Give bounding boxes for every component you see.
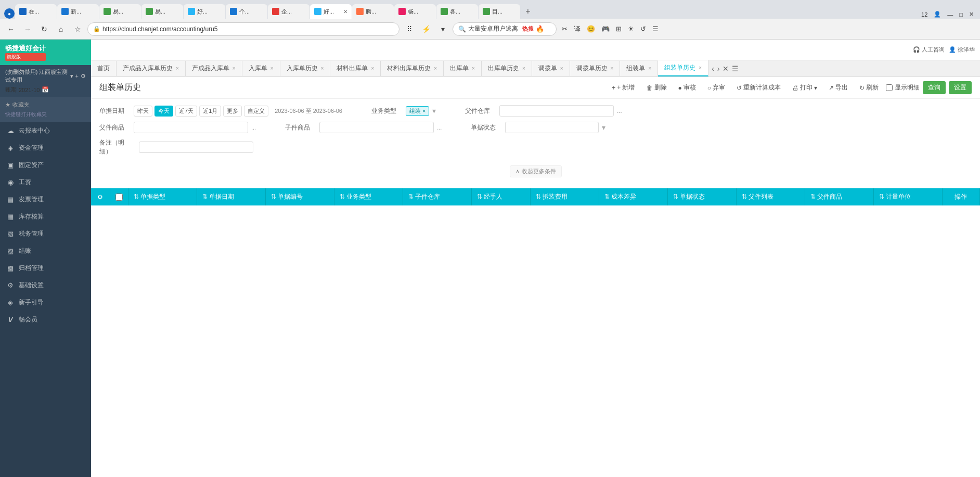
parent-warehouse-input[interactable] bbox=[499, 105, 614, 117]
table-col-order-no[interactable]: ⇅ 单据编号 bbox=[265, 188, 334, 205]
table-settings-icon[interactable]: ⚙ bbox=[97, 194, 103, 201]
sidebar-item-payroll[interactable]: ◉ 工资 bbox=[0, 174, 91, 191]
sidebar-item-fixed-assets[interactable]: ▣ 固定资产 bbox=[0, 157, 91, 174]
sidebar-item-member[interactable]: V 畅会员 bbox=[0, 311, 91, 328]
page-tab-in-hist[interactable]: 入库单历史 × bbox=[280, 61, 331, 76]
emoji-icon[interactable]: 😊 bbox=[585, 24, 597, 34]
page-tab-close-out[interactable]: × bbox=[472, 66, 475, 71]
page-tab-close-mat-out-hist[interactable]: × bbox=[434, 66, 437, 71]
table-col-order-date[interactable]: ⇅ 单据日期 bbox=[197, 188, 265, 205]
order-status-dropdown[interactable]: ▾ bbox=[602, 123, 605, 132]
apps-button[interactable]: ⠿ bbox=[403, 22, 416, 36]
bookmark-button[interactable]: ☆ bbox=[71, 22, 84, 36]
date-today[interactable]: 今天 bbox=[154, 106, 173, 117]
sun-icon[interactable]: ☀ bbox=[626, 24, 636, 34]
abandon-button[interactable]: ○ 弃审 bbox=[703, 81, 729, 94]
child-product-more[interactable]: ... bbox=[437, 124, 442, 131]
refresh-button[interactable]: ↻ 刷新 bbox=[855, 81, 883, 94]
note-input[interactable] bbox=[139, 141, 253, 153]
sidebar-item-tax[interactable]: ▧ 税务管理 bbox=[0, 225, 91, 242]
table-col-parent-product[interactable]: ⇅ 父件商品 bbox=[805, 188, 873, 205]
add-company-btn[interactable]: + bbox=[75, 73, 79, 79]
page-tab-close-transfer-hist[interactable]: × bbox=[611, 66, 614, 71]
page-tab-close-in-order[interactable]: × bbox=[270, 66, 274, 71]
new-tab-button[interactable]: + bbox=[521, 4, 535, 19]
add-button[interactable]: + + 新增 bbox=[608, 81, 639, 94]
parent-warehouse-more[interactable]: ... bbox=[617, 108, 622, 114]
tab-1[interactable]: 在... bbox=[15, 4, 57, 19]
search-bar[interactable]: 🔍 大量安卓用户逃离 热搜 🔥 bbox=[453, 22, 557, 36]
service-btn[interactable]: 🎧 人工咨询 bbox=[913, 46, 945, 54]
settings-icon[interactable]: ⚙ bbox=[81, 73, 86, 80]
table-col-unit[interactable]: ⇅ 计量单位 bbox=[873, 188, 942, 205]
page-tab-out[interactable]: 出库单 × bbox=[444, 61, 482, 76]
query-button[interactable]: 查询 bbox=[923, 81, 946, 94]
delete-button[interactable]: 🗑 删除 bbox=[642, 81, 671, 94]
tab-8[interactable]: 好... ✕ bbox=[310, 4, 352, 19]
display-detail-checkbox-area[interactable]: 显示明细 bbox=[886, 83, 920, 92]
date-yesterday[interactable]: 昨天 bbox=[134, 106, 152, 117]
tab-9[interactable]: 腾... bbox=[352, 4, 394, 19]
select-all-checkbox[interactable] bbox=[115, 194, 123, 201]
company-selector[interactable]: (勿删勿禁用) 江西服宝测试专用 ▾ + ⚙ bbox=[5, 68, 86, 84]
tab-close-8[interactable]: ✕ bbox=[343, 9, 347, 15]
page-tab-kit[interactable]: 组装单 × bbox=[620, 61, 658, 76]
game-icon[interactable]: 🎮 bbox=[599, 24, 612, 34]
cut-icon[interactable]: ✂ bbox=[560, 24, 570, 34]
order-status-input[interactable] bbox=[505, 122, 599, 133]
table-col-handler[interactable]: ⇅ 经手人 bbox=[471, 188, 530, 205]
recalc-button[interactable]: ↺ 重新计算成本 bbox=[732, 81, 785, 94]
tab-2[interactable]: 新... bbox=[57, 4, 99, 19]
parent-product-input[interactable] bbox=[134, 122, 248, 133]
page-tab-close-mat-out[interactable]: × bbox=[371, 66, 374, 71]
export-button[interactable]: ↗ 导出 bbox=[824, 81, 852, 94]
tab-nav-left[interactable]: ‹ bbox=[711, 63, 715, 74]
biz-type-tag-close[interactable]: × bbox=[422, 108, 425, 114]
grid-icon[interactable]: ⊞ bbox=[614, 24, 624, 34]
tab-11[interactable]: 各... bbox=[436, 4, 478, 19]
table-col-order-status[interactable]: ⇅ 单据状态 bbox=[667, 188, 736, 205]
tab-4[interactable]: 易... bbox=[141, 4, 183, 19]
settings-button[interactable]: 设置 bbox=[949, 81, 972, 94]
minimize-button[interactable]: — bbox=[945, 10, 955, 19]
page-tab-close-prod-in-hist[interactable]: × bbox=[176, 66, 179, 71]
sidebar-item-settle[interactable]: ▨ 结账 bbox=[0, 242, 91, 260]
display-detail-checkbox[interactable] bbox=[886, 84, 893, 91]
user-menu[interactable]: 👤 徐泽华 bbox=[949, 46, 975, 54]
parent-product-more[interactable]: ... bbox=[251, 124, 256, 131]
extension-button[interactable]: ⚡ bbox=[419, 22, 433, 36]
table-col-biz-type[interactable]: ⇅ 业务类型 bbox=[334, 188, 403, 205]
table-col-child-warehouse[interactable]: ⇅ 子件仓库 bbox=[403, 188, 471, 205]
tab-nav-more[interactable]: ☰ bbox=[731, 63, 740, 74]
page-tab-mat-out-hist[interactable]: 材料出库单历史 × bbox=[381, 61, 444, 76]
date-more[interactable]: 更多 bbox=[223, 106, 242, 117]
period-selector[interactable]: 账期 2021-10 📅 bbox=[5, 86, 86, 94]
page-tab-transfer-hist[interactable]: 调拨单历史 × bbox=[570, 61, 621, 76]
tab-10[interactable]: 畅... bbox=[394, 4, 436, 19]
menu-icon[interactable]: ☰ bbox=[650, 24, 661, 34]
collapse-button[interactable]: ∧ 收起更多条件 bbox=[510, 165, 562, 177]
home-button[interactable]: ⌂ bbox=[54, 22, 68, 36]
page-tab-prod-in-hist[interactable]: 产成品入库单历史 × bbox=[117, 61, 186, 76]
page-tab-transfer[interactable]: 调拨单 × bbox=[532, 61, 570, 76]
sidebar-item-fund[interactable]: ◈ 资金管理 bbox=[0, 139, 91, 157]
page-tab-prod-in[interactable]: 产成品入库单 × bbox=[186, 61, 242, 76]
tab-7[interactable]: 企... bbox=[268, 4, 310, 19]
reload-button[interactable]: ↻ bbox=[37, 22, 51, 36]
tab-6[interactable]: 个... bbox=[226, 4, 267, 19]
child-product-input[interactable] bbox=[319, 122, 434, 133]
table-col-checkbox[interactable] bbox=[110, 188, 128, 205]
page-tab-close-out-hist[interactable]: × bbox=[522, 66, 525, 71]
page-tab-close-transfer[interactable]: × bbox=[560, 66, 563, 71]
profile-icon[interactable]: 👤 bbox=[932, 10, 943, 19]
sidebar-item-cloud-report[interactable]: ☁ 云报表中心 bbox=[0, 122, 91, 139]
undo-icon[interactable]: ↺ bbox=[638, 24, 648, 34]
back-button[interactable]: ← bbox=[4, 22, 18, 36]
sidebar-item-inventory[interactable]: ▦ 库存核算 bbox=[0, 208, 91, 225]
address-bar[interactable]: 🔒 https://cloud.chanjet.com/accounting/u… bbox=[87, 22, 399, 36]
sidebar-item-invoice[interactable]: ▤ 发票管理 bbox=[0, 191, 91, 208]
sidebar-item-guide[interactable]: ◈ 新手引导 bbox=[0, 294, 91, 311]
page-tab-mat-out[interactable]: 材料出库单 × bbox=[330, 61, 381, 76]
page-tab-home[interactable]: 首页 bbox=[91, 61, 117, 76]
page-tab-close-kit-hist[interactable]: × bbox=[699, 65, 702, 71]
